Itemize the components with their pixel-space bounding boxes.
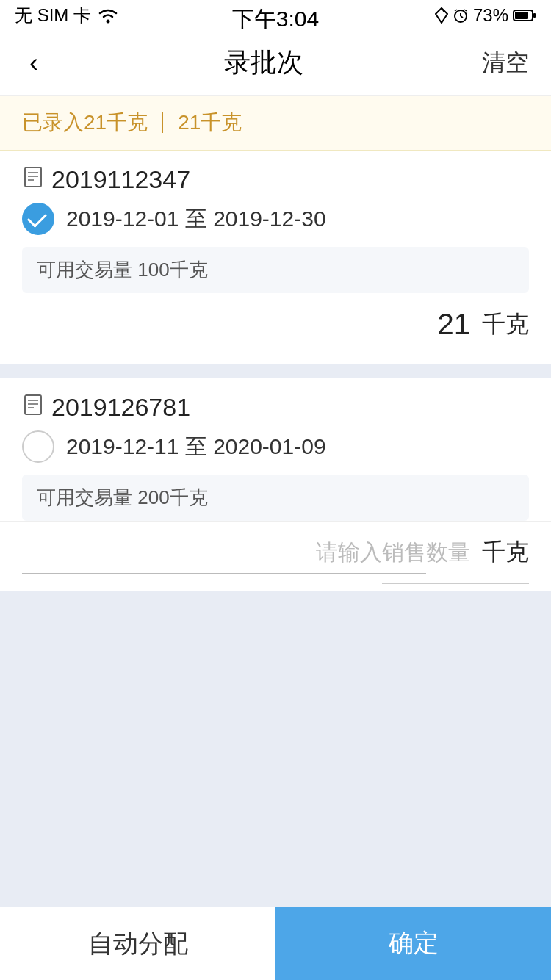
- batch-id-row-1: 2019112347: [22, 165, 529, 194]
- clear-button[interactable]: 清空: [482, 47, 529, 79]
- input-row-2: 请输入销售数量 千克: [0, 521, 551, 583]
- page-title: 录批次: [224, 45, 303, 81]
- wifi-icon: [97, 7, 119, 24]
- amount-row-wrapper-2: 请输入销售数量 千克: [0, 521, 551, 591]
- input-placeholder-2: 请输入销售数量: [316, 538, 470, 568]
- svg-line-5: [455, 10, 457, 11]
- batch-doc-icon-2: [22, 394, 44, 421]
- status-bar: 无 SIM 卡 下午3:04 73%: [0, 0, 551, 31]
- status-time: 下午3:04: [232, 4, 319, 35]
- batch-radio-1[interactable]: [22, 203, 54, 235]
- batch-qty-text-1: 可用交易量 100千克: [37, 259, 208, 281]
- alarm-icon: [453, 7, 469, 24]
- location-icon: [435, 7, 448, 24]
- amount-row-1: 21 千克: [0, 293, 551, 356]
- batch-card-2: 2019126781 2019-12-11 至 2020-01-09 可用交易量…: [0, 378, 551, 591]
- confirm-button[interactable]: 确定: [276, 907, 551, 980]
- input-unit-2: 千克: [482, 536, 529, 569]
- batch-date-row-1[interactable]: 2019-12-01 至 2019-12-30: [22, 203, 529, 235]
- batch-date-2: 2019-12-11 至 2020-01-09: [66, 432, 326, 462]
- status-right: 73%: [435, 5, 536, 26]
- batch-id-row-2: 2019126781: [22, 393, 529, 422]
- status-left: 无 SIM 卡: [15, 4, 119, 27]
- bottom-bar: 自动分配 确定: [0, 907, 551, 980]
- svg-point-0: [107, 20, 110, 24]
- batch-qty-box-2: 可用交易量 200千克: [22, 475, 529, 521]
- batch-qty-box-1: 可用交易量 100千克: [22, 247, 529, 293]
- batch-date-1: 2019-12-01 至 2019-12-30: [66, 204, 326, 234]
- empty-area: [0, 591, 551, 959]
- recorded-value: 21千克: [178, 109, 242, 137]
- back-button[interactable]: ‹: [22, 40, 46, 86]
- section-divider-1: [0, 364, 551, 378]
- svg-rect-10: [25, 167, 41, 187]
- batch-card-1: 2019112347 2019-12-01 至 2019-12-30 可用交易量…: [0, 151, 551, 364]
- amount-unit-1: 千克: [482, 309, 529, 341]
- auto-distribute-button[interactable]: 自动分配: [0, 907, 276, 980]
- svg-line-6: [464, 10, 467, 11]
- batch-qty-text-2: 可用交易量 200千克: [37, 486, 208, 508]
- svg-rect-14: [25, 395, 41, 414]
- amount-row-wrapper-1: 21 千克: [0, 293, 551, 364]
- batch-doc-icon-1: [22, 166, 44, 193]
- info-divider: [162, 112, 163, 133]
- amount-number-1: 21: [438, 308, 471, 341]
- input-field-wrapper-2: 请输入销售数量: [22, 538, 470, 568]
- amount-underline-2: [382, 583, 529, 584]
- input-underline-2: [22, 573, 426, 574]
- recorded-label: 已录入21千克: [22, 109, 148, 137]
- info-banner: 已录入21千克 21千克: [0, 96, 551, 151]
- batch-radio-2[interactable]: [22, 430, 54, 463]
- svg-rect-9: [533, 13, 536, 18]
- amount-underline-1: [382, 356, 529, 356]
- carrier-text: 无 SIM 卡: [15, 4, 91, 27]
- svg-line-4: [461, 16, 463, 18]
- batch-date-row-2[interactable]: 2019-12-11 至 2020-01-09: [22, 430, 529, 463]
- batch-id-1: 2019112347: [51, 165, 190, 194]
- battery-text: 73%: [473, 5, 508, 26]
- svg-rect-8: [515, 12, 528, 19]
- nav-bar: ‹ 录批次 清空: [0, 31, 551, 96]
- batch-id-2: 2019126781: [51, 393, 190, 422]
- battery-icon: [513, 9, 536, 22]
